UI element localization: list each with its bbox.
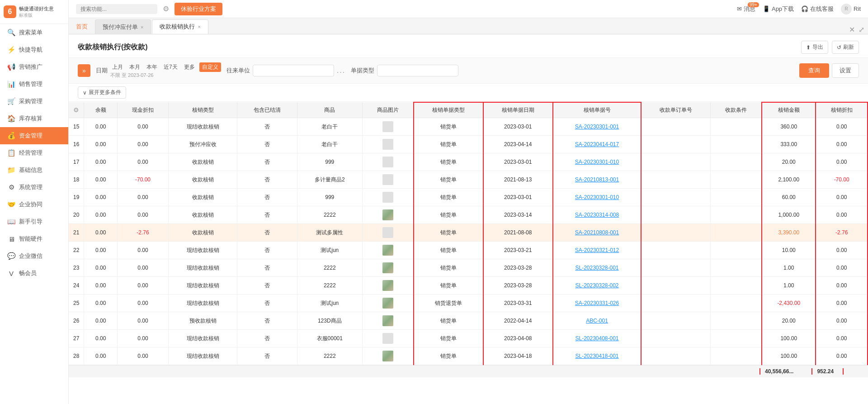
sidebar-item-7[interactable]: 📋经营管理 [0, 144, 68, 162]
sidebar-item-2[interactable]: 📢营销推广 [0, 58, 68, 76]
cell-hxdanhaohao[interactable]: SA-20230301-010 [553, 189, 642, 206]
cell-xjzk: 0.00 [118, 330, 169, 347]
cell-hxdanhaohao[interactable]: SA-20230301-010 [553, 153, 642, 171]
table-wrapper[interactable]: ⚙ 余额 现金折扣 核销类型 包含已结清 商品 商品图片 核销单据类型 核销单据… [69, 102, 868, 404]
sidebar-label-6: 资金管理 [19, 132, 42, 140]
cell-hxzhekou: 0.00 [816, 330, 868, 347]
settings-icon[interactable]: ⚙ [163, 5, 169, 13]
online-service-item[interactable]: 🎧 在线客服 [801, 5, 834, 13]
sidebar-item-6[interactable]: 💰资金管理 [0, 127, 68, 144]
sidebar-item-8[interactable]: 📁基础信息 [0, 162, 68, 179]
query-btn[interactable]: 查询 [799, 63, 829, 78]
cell-shangpintupian [362, 189, 414, 206]
date-opt-custom[interactable]: 自定义 [199, 62, 221, 72]
filter-right-buttons: 查询 设置 [799, 63, 859, 78]
cell-hxdanhaohao[interactable]: SL-20230328-001 [553, 259, 642, 277]
tab-home[interactable]: 首页 [69, 19, 95, 34]
product-thumbnail [382, 174, 393, 185]
col-header-setting[interactable]: ⚙ [69, 102, 84, 118]
cell-baohanjj: 否 [237, 153, 297, 171]
sidebar-item-5[interactable]: 🏠库存核算 [0, 110, 68, 127]
cell-hxdanriqi: 2023-03-28 [483, 259, 553, 277]
voucher-type-filter: 单据类型 [351, 65, 458, 76]
sidebar-item-3[interactable]: 📊销售管理 [0, 76, 68, 93]
date-opt-more[interactable]: 更多 [182, 62, 197, 72]
cell-hxzhekou: 0.00 [816, 295, 868, 312]
cell-hxdanhaohao[interactable]: SL-20230408-001 [553, 330, 642, 347]
export-btn[interactable]: ⬆ 导出 [801, 41, 828, 54]
close-tab-btn[interactable]: ✕ [849, 25, 855, 34]
tab-prepay[interactable]: 预付冲应付单 × [95, 19, 151, 34]
cell-hxdanhaohao[interactable]: ABC-001 [553, 312, 642, 330]
column-settings-icon[interactable]: ⚙ [73, 106, 79, 114]
product-thumbnail [382, 227, 393, 238]
sidebar: 6 畅捷通谐好生意 标准版 🔍搜索菜单⚡快捷导航📢营销推广📊销售管理🛒采购管理🏠… [0, 0, 69, 404]
product-thumbnail [382, 315, 393, 326]
sidebar-item-14[interactable]: V畅会员 [0, 265, 68, 282]
expand-more-btn[interactable]: ∨ 展开更多条件 [78, 86, 126, 99]
search-input[interactable] [76, 4, 157, 14]
sidebar-label-11: 新手引导 [19, 218, 42, 226]
cell-shangpin: 测试多属性 [297, 224, 362, 242]
user-item[interactable]: R Rit [841, 4, 861, 14]
logo-text: 畅捷通谐好生意 标准版 [19, 5, 54, 18]
page-title: 收款核销执行(按收款) [78, 43, 148, 52]
table-row: 20 0.00 0.00 收款核销 否 2222 销货单 2023-03-14 … [69, 206, 868, 224]
expand-more-bar: ∨ 展开更多条件 [69, 84, 868, 102]
sidebar-item-11[interactable]: 📖新手引导 [0, 213, 68, 230]
sidebar-item-13[interactable]: 💬企业微信 [0, 247, 68, 265]
voucher-type-select[interactable] [377, 65, 458, 76]
data-table: ⚙ 余额 现金折扣 核销类型 包含已结清 商品 商品图片 核销单据类型 核销单据… [69, 102, 868, 365]
cell-hxdanhaohao[interactable]: SA-20230301-001 [553, 118, 642, 136]
partner-input[interactable] [253, 65, 334, 76]
filter-settings-btn[interactable]: 设置 [832, 63, 859, 78]
topbar: ⚙ 休验行业方案 ✉ 消息 99+ 📱 App下载 🎧 在线客服 R Rit [69, 0, 868, 18]
expand-tab-btn[interactable]: ⤢ [859, 25, 864, 34]
cell-hxjine: 1.00 [762, 277, 816, 295]
cell-hxdanhaohao[interactable]: SA-20230331-026 [553, 295, 642, 312]
cell-hxdanriqi: 2022-04-14 [483, 312, 553, 330]
cell-hxdanlbiaotype: 销货单 [414, 189, 483, 206]
sidebar-label-0: 搜索菜单 [19, 29, 42, 37]
partner-filter: 往来单位 ... [226, 65, 345, 76]
cell-yue: 0.00 [84, 312, 118, 330]
cell-hxdanhaohao[interactable]: SA-20230414-017 [553, 136, 642, 153]
sidebar-item-12[interactable]: 🖥智能硬件 [0, 230, 68, 247]
partner-dots[interactable]: ... [337, 67, 345, 75]
sidebar-item-10[interactable]: 🤝企业协同 [0, 196, 68, 213]
sidebar-label-5: 库存核算 [19, 114, 42, 123]
sidebar-item-9[interactable]: ⚙系统管理 [0, 179, 68, 196]
sidebar-item-1[interactable]: ⚡快捷导航 [0, 41, 68, 58]
tab-close-collection[interactable]: × [198, 24, 200, 29]
app-download-item[interactable]: 📱 App下载 [763, 5, 794, 13]
product-thumbnail [382, 157, 393, 167]
date-opt-7days[interactable]: 近7天 [162, 62, 179, 72]
sidebar-icon-10: 🤝 [7, 200, 15, 209]
cell-hxdanhaohao[interactable]: SA-20230321-012 [553, 242, 642, 259]
sidebar-item-4[interactable]: 🛒采购管理 [0, 93, 68, 110]
sidebar-item-0[interactable]: 🔍搜索菜单 [0, 24, 68, 41]
cell-hxdanhaohao[interactable]: SA-20210808-001 [553, 224, 642, 242]
refresh-btn[interactable]: ↺ 刷新 [832, 41, 859, 54]
tab-close-prepay[interactable]: × [141, 24, 143, 30]
cell-hxdanhaohao[interactable]: SL-20230418-001 [553, 347, 642, 365]
date-opt-this-month[interactable]: 本月 [127, 62, 142, 72]
cell-shangpintupian [362, 136, 414, 153]
cell-hxjine: 60.00 [762, 189, 816, 206]
sidebar-label-3: 销售管理 [19, 80, 42, 88]
date-opt-last-month[interactable]: 上月 [110, 62, 125, 72]
cell-hxdanhaohao[interactable]: SA-20210813-001 [553, 171, 642, 189]
filter-toggle-btn[interactable]: » [78, 64, 90, 77]
product-thumbnail [382, 280, 393, 291]
cell-hxdanhaohao[interactable]: SA-20230314-008 [553, 206, 642, 224]
tab-collection[interactable]: 收款核销执行 × [152, 19, 208, 34]
cell-id: 27 [69, 330, 84, 347]
cell-yue: 0.00 [84, 259, 118, 277]
cell-id: 25 [69, 295, 84, 312]
industry-btn[interactable]: 休验行业方案 [175, 3, 222, 15]
cell-hxzhekou: 0.00 [816, 153, 868, 171]
cell-hxdanhaohao[interactable]: SL-20230328-002 [553, 277, 642, 295]
date-opt-this-year[interactable]: 本年 [145, 62, 159, 72]
sidebar-icon-9: ⚙ [7, 183, 15, 191]
notification-item[interactable]: ✉ 消息 99+ [737, 5, 755, 13]
